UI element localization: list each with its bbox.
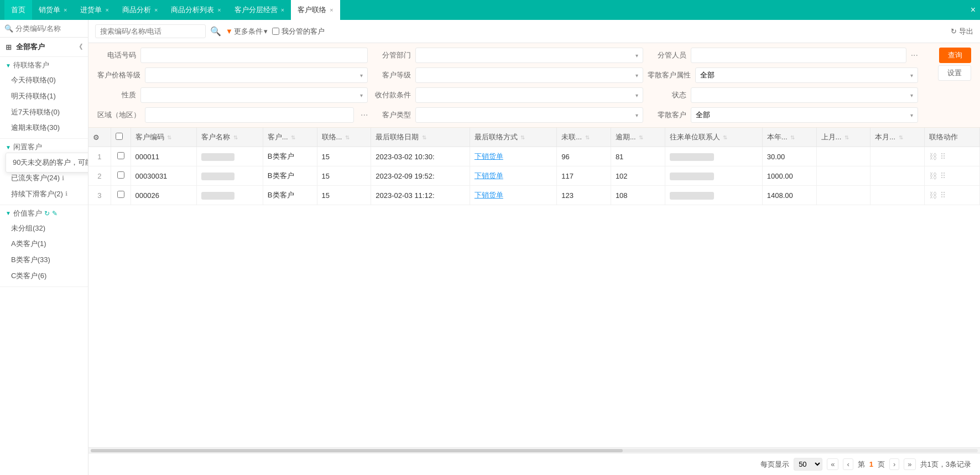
sales-tab-close[interactable]: × (64, 7, 67, 13)
filter-select-zero-attr[interactable]: 全部 ▾ (695, 67, 918, 83)
horizontal-scrollbar[interactable] (88, 447, 980, 453)
per-page-select[interactable]: 50 100 200 (794, 458, 822, 471)
sort-icon-last-method[interactable]: ⇅ (520, 134, 525, 140)
row-type-3: B类客户 (263, 186, 317, 205)
sort-icon-contact-count[interactable]: ⇅ (345, 134, 350, 140)
sidebar-section-title-idle[interactable]: ▼ 闲置客户 (0, 139, 88, 154)
th-checkbox[interactable] (111, 128, 131, 147)
action-icon-menu-1[interactable]: ⠿ (940, 152, 946, 161)
nav-tab-product-analysis[interactable]: 商品分析 × (116, 0, 164, 20)
value-section-edit[interactable]: ✎ (52, 210, 58, 217)
filter-more-icon-manager[interactable]: ··· (911, 50, 918, 60)
row-checkbox-1[interactable] (111, 147, 131, 166)
window-close-button[interactable]: × (971, 5, 976, 15)
last-page-button[interactable]: » (904, 458, 915, 470)
filter-select-dept[interactable]: ▾ (415, 48, 643, 63)
nav-tab-home[interactable]: 首页 (4, 0, 32, 20)
sidebar-item-today[interactable]: 今天待联络(0) (0, 72, 88, 88)
th-settings[interactable]: ⚙ (88, 128, 111, 147)
customer-tier-tab-close[interactable]: × (281, 7, 284, 13)
action-icon-menu-3[interactable]: ⠿ (940, 191, 946, 200)
sort-icon-overdue[interactable]: ⇅ (639, 134, 643, 140)
zero-attr-value: 全部 (700, 70, 715, 80)
sidebar-item-tomorrow[interactable]: 明天待联络(1) (0, 88, 88, 105)
filter-more-icon-region[interactable]: ··· (361, 110, 368, 120)
filter-select-manager[interactable] (691, 48, 906, 63)
my-customers-filter[interactable]: 我分管的客户 (272, 27, 325, 36)
export-button[interactable]: ↻ 导出 (951, 27, 973, 36)
filter-select-customer-level[interactable]: ▾ (415, 67, 643, 83)
sidebar-item-ungrouped[interactable]: 未分组(32) (0, 221, 88, 237)
value-section-refresh[interactable]: ↻ (44, 210, 50, 217)
my-customers-checkbox[interactable] (272, 28, 279, 35)
sidebar-item-a-class[interactable]: A类客户(1) (0, 236, 88, 252)
row-last-method-1[interactable]: 下销货单 (470, 147, 556, 166)
scroll-thumb[interactable] (91, 449, 623, 452)
nav-tab-customer-contact[interactable]: 客户联络 × (291, 0, 340, 20)
th-action: 联络动作 (924, 128, 979, 147)
nav-tab-purchase[interactable]: 进货单 × (74, 0, 115, 20)
sidebar-collapse-icon[interactable]: 《 (76, 43, 82, 52)
sort-icon-contact-person[interactable]: ⇅ (723, 134, 727, 140)
row-checkbox-2[interactable] (111, 166, 131, 186)
first-page-button[interactable]: « (827, 458, 838, 470)
filter-label-dept: 分管部门 (372, 50, 411, 60)
filter-select-price-level[interactable]: ▾ (145, 67, 368, 83)
next-page-button[interactable]: › (889, 458, 899, 470)
page-suffix: 页 (878, 460, 885, 469)
select-all-checkbox[interactable] (116, 133, 123, 140)
filter-select-zero-customer[interactable]: 全部 ▾ (691, 107, 918, 123)
filter-field-manager: 分管人员 ··· (648, 48, 918, 63)
row-type-2: B类客户 (263, 166, 317, 186)
sidebar-section-title-value[interactable]: ▼ 价值客户 ↻ ✎ (0, 205, 88, 221)
filter-input-region[interactable] (145, 107, 354, 123)
purchase-tab-close[interactable]: × (105, 7, 108, 13)
prev-page-button[interactable]: ‹ (843, 458, 853, 470)
sidebar-section-title-pending[interactable]: ▼ 待联络客户 (0, 57, 88, 72)
sidebar-item-declining[interactable]: 持续下滑客户(2) ℹ (0, 186, 88, 202)
customer-contact-tab-close[interactable]: × (330, 7, 333, 13)
row-last-method-3[interactable]: 下销货单 (470, 186, 556, 205)
action-icon-link-1[interactable]: ⛓ (929, 152, 937, 161)
action-icon-link-2[interactable]: ⛓ (929, 171, 937, 180)
row-checkbox-3[interactable] (111, 186, 131, 205)
filter-select-status[interactable]: ▾ (691, 87, 918, 103)
sort-icon-type[interactable]: ⇅ (291, 134, 295, 140)
blurred-person-1 (670, 153, 714, 161)
th-this-year: 本年... ⇅ (762, 128, 816, 147)
product-analysis-tab-close[interactable]: × (154, 7, 158, 13)
product-analysis-tab-label: 商品分析 (122, 5, 151, 15)
sidebar-search-input[interactable] (15, 24, 88, 33)
filter-input-phone[interactable] (140, 48, 368, 63)
filter-more-conditions-button[interactable]: ▼ 更多条件 ▾ (226, 27, 268, 36)
sort-icon-uncontacted[interactable]: ⇅ (585, 134, 590, 140)
filter-select-nature[interactable]: ▾ (140, 87, 368, 103)
row-last-method-2[interactable]: 下销货单 (470, 166, 556, 186)
action-icon-menu-2[interactable]: ⠿ (940, 171, 946, 180)
column-settings-icon[interactable]: ⚙ (93, 133, 100, 142)
product-list-tab-close[interactable]: × (217, 7, 221, 13)
sort-icon-name[interactable]: ⇅ (233, 134, 238, 140)
nav-tab-customer-tier[interactable]: 客户分层经营 × (228, 0, 291, 20)
sort-icon-code[interactable]: ⇅ (167, 134, 171, 140)
settings-button[interactable]: 设置 (938, 65, 971, 81)
sort-icon-last-date[interactable]: ⇅ (422, 134, 426, 140)
sidebar-item-overdue[interactable]: 逾期未联络(30) (0, 120, 88, 136)
scroll-track[interactable] (91, 449, 978, 452)
filter-search-button[interactable]: 🔍 (210, 26, 221, 36)
sort-icon-last-month[interactable]: ⇅ (845, 134, 849, 140)
query-button[interactable]: 查询 (939, 48, 971, 63)
sidebar-item-c-class[interactable]: C类客户(6) (0, 268, 88, 284)
action-icon-link-3[interactable]: ⛓ (929, 191, 937, 200)
filter-select-customer-type[interactable]: ▾ (415, 107, 643, 123)
sidebar-item-b-class[interactable]: B类客户(33) (0, 252, 88, 268)
nav-tab-sales[interactable]: 销货单 × (32, 0, 74, 20)
nav-tab-product-list[interactable]: 商品分析列表 × (164, 0, 227, 20)
sidebar-all-customers[interactable]: ⊞ 全部客户 《 (0, 38, 88, 57)
sort-icon-this-month[interactable]: ⇅ (899, 134, 903, 140)
sidebar-item-7days[interactable]: 近7天待联络(0) (0, 105, 88, 121)
sidebar-item-churned[interactable]: 已流失客户(24) ℹ (0, 170, 88, 186)
sort-icon-this-year[interactable]: ⇅ (790, 134, 795, 140)
filter-select-payment[interactable]: ▾ (415, 87, 643, 103)
filter-search-input[interactable] (95, 24, 206, 38)
